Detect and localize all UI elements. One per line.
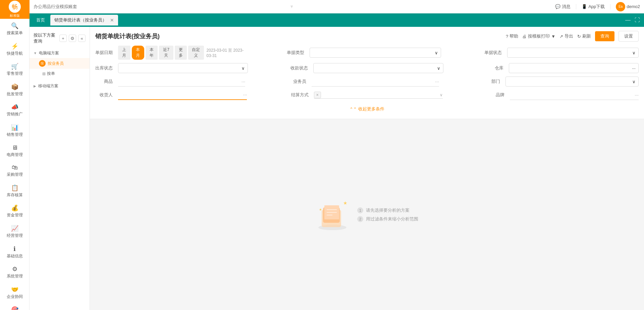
sidebar-item-sales[interactable]: 📊 销售管理 [0, 120, 29, 141]
sidebar-item-purchase[interactable]: 🛍 采购管理 [0, 161, 29, 181]
salesperson-label: 业务员 [289, 79, 309, 85]
sidebar-item-ecommerce[interactable]: 🖥 电商管理 [0, 141, 29, 161]
help-button[interactable]: ? 帮助 [506, 33, 518, 39]
app-download-button[interactable]: 📱 App下载 [582, 4, 605, 10]
logo-subtitle: 标准版 [10, 13, 20, 18]
finance-icon: 💰 [11, 204, 18, 212]
tab-home[interactable]: 首页 [32, 15, 49, 25]
sidebar-item-wholesale[interactable]: 📦 批发管理 [0, 80, 29, 100]
sidebar-item-marketing[interactable]: 📣 营销推广 [0, 100, 29, 120]
consignee-input[interactable] [118, 90, 242, 99]
query-button[interactable]: 查询 [595, 31, 614, 41]
sales-icon: 📊 [11, 124, 18, 131]
svg-text:★: ★ [319, 208, 322, 211]
consignee-dots-icon[interactable]: ··· [243, 92, 247, 97]
product-input[interactable] [118, 77, 240, 86]
sidebar-item-stock[interactable]: 📋 库存核算 [0, 181, 29, 201]
warehouse-select[interactable]: ··· [509, 63, 639, 73]
export-icon: ↗ [559, 34, 563, 39]
sidebar-logo[interactable]: 畅 标准版 [0, 0, 30, 19]
export-button[interactable]: ↗ 导出 [559, 33, 573, 39]
salesperson-input[interactable] [312, 77, 434, 86]
collapse-icon: ⌃⌃ [350, 107, 357, 112]
sidebar-nav: 🔍 搜索菜单 ⚡ 快捷导航 🛒 零售管理 📦 批发管理 📣 营销推广 📊 销售管… [0, 19, 29, 310]
mobile-section-header[interactable]: ▶ 移动端方案 [30, 81, 90, 91]
right-panel: 销货单统计表(按业务员) ? 帮助 🖨 按模板打印 ▼ ↗ 导出 [90, 27, 644, 310]
filter-row-4: 收货人 ··· 结算方式 × ∨ 品牌 [95, 90, 639, 100]
tag-close-icon[interactable]: × [316, 93, 319, 97]
doc-status-select[interactable]: ∨ [507, 48, 639, 58]
tab-maximize-button[interactable]: ⛶ [633, 16, 641, 24]
retail-icon: 🛒 [11, 63, 18, 70]
tab-minimize-button[interactable]: — [624, 16, 632, 24]
content-area: 按以下方案查询 + ⚙ « ▼ 电脑端方案 按 按业务员 ⊞ [30, 27, 644, 310]
user-menu[interactable]: Ea demo2 [616, 2, 640, 11]
last-month-btn[interactable]: 上月 [118, 46, 130, 60]
scheme-by-salesperson[interactable]: 按 按业务员 [30, 58, 90, 69]
edit-scheme-button[interactable]: ⚙ [69, 35, 76, 42]
sidebar-item-retail[interactable]: 🛒 零售管理 [0, 59, 29, 80]
message-button[interactable]: 💬 消息 [555, 4, 571, 10]
this-month-btn[interactable]: 本月 [132, 46, 144, 60]
collect-status-label: 收款状态 [290, 65, 311, 71]
topbar: 办公用品行业模拟账套 ▼ 💬 消息 📱 App下载 Ea demo2 [30, 0, 644, 13]
out-status-select[interactable]: ∨ [118, 63, 248, 73]
svg-text:★: ★ [343, 200, 347, 206]
chevron-right-icon: ▶ [34, 84, 36, 88]
collapse-panel-button[interactable]: « [78, 35, 86, 42]
sidebar-label-retail: 零售管理 [7, 71, 23, 76]
sidebar-item-basic[interactable]: ℹ 基础信息 [0, 242, 29, 262]
filter-area: 单据日期 上月 本月 本年 近7天 更多 自定义 2023-03-01 至 20… [90, 42, 644, 119]
marketing-icon: 📣 [11, 103, 18, 111]
shortcut-icon: ⚡ [11, 43, 18, 50]
brand-dots-icon[interactable]: ··· [635, 92, 639, 98]
doc-type-select[interactable]: ∨ [310, 48, 441, 58]
tab-sales-stat[interactable]: 销货单统计表（按业务员） ✕ [50, 15, 118, 25]
tab-close-icon[interactable]: ✕ [110, 17, 114, 23]
brand-input[interactable] [510, 90, 634, 100]
chevron-down-icon: ∨ [435, 50, 438, 55]
sidebar-item-search[interactable]: 🔍 搜索菜单 [0, 19, 29, 39]
out-status-label: 出库状态 [95, 65, 115, 71]
sidebar-label-shortcut: 快捷导航 [7, 51, 23, 56]
desktop-section: ▼ 电脑端方案 按 按业务员 ⊞ 按单 [30, 47, 90, 80]
sidebar-item-system[interactable]: ⚙ 系统管理 [0, 262, 29, 282]
last7-btn[interactable]: 近7天 [159, 46, 173, 60]
empty-state: ★ ★ 1 请先选择要分析的方案 2 用过滤条件来缩小分析范围 [316, 198, 418, 231]
settings-button[interactable]: 设置 [619, 31, 639, 42]
salesperson-dots-icon[interactable]: ··· [435, 79, 439, 84]
empty-hint-2: 2 用过滤条件来缩小分析范围 [357, 216, 418, 222]
left-panel-actions: + ⚙ « [59, 35, 86, 42]
collect-status-select[interactable]: ∨ [313, 63, 443, 73]
sidebar-label-enterprise: 企业协同 [7, 294, 23, 300]
sidebar-item-operation[interactable]: 📈 经营管理 [0, 221, 29, 242]
department-select[interactable]: ∨ [505, 76, 639, 87]
left-panel-header: 按以下方案查询 + ⚙ « [30, 30, 90, 47]
consignee-label: 收货人 [95, 92, 115, 98]
left-panel-title: 按以下方案查询 [34, 32, 59, 44]
add-scheme-button[interactable]: + [59, 35, 67, 42]
department-label: 部门 [483, 79, 503, 85]
desktop-section-header[interactable]: ▼ 电脑端方案 [30, 48, 90, 58]
collapse-label: 收起更多条件 [358, 106, 384, 112]
date-filter: 上月 本月 本年 近7天 更多 自定义 2023-03-01 至 2023-03… [118, 46, 244, 60]
more-btn[interactable]: 更多 [175, 46, 187, 60]
refresh-button[interactable]: ↻ 刷新 [577, 33, 591, 39]
product-dots-icon[interactable]: ··· [241, 79, 246, 84]
warehouse-label: 仓库 [486, 65, 506, 71]
guide-icon: 🎯 [11, 306, 18, 310]
sidebar-item-finance[interactable]: 💰 资金管理 [0, 201, 29, 221]
template-print-button[interactable]: 🖨 按模板打印 ▼ [522, 33, 555, 39]
sidebar-item-enterprise[interactable]: 🤝 企业协同 [0, 282, 29, 303]
collapse-button[interactable]: ⌃⌃ 收起更多条件 [347, 103, 387, 115]
custom-btn[interactable]: 自定义 [188, 46, 204, 60]
settlement-label: 结算方式 [291, 92, 311, 98]
this-year-btn[interactable]: 本年 [146, 46, 158, 60]
topbar-title: 办公用品行业模拟账套 [34, 4, 284, 10]
tab-home-label: 首页 [36, 17, 45, 23]
sidebar-item-shortcut[interactable]: ⚡ 快捷导航 [0, 39, 29, 60]
scheme-by-order[interactable]: ⊞ 按单 [30, 69, 90, 79]
sidebar-item-guide[interactable]: 🎯 新手引导 [0, 303, 29, 310]
mobile-icon: 📱 [582, 4, 587, 9]
left-panel: 按以下方案查询 + ⚙ « ▼ 电脑端方案 按 按业务员 ⊞ [30, 27, 90, 310]
